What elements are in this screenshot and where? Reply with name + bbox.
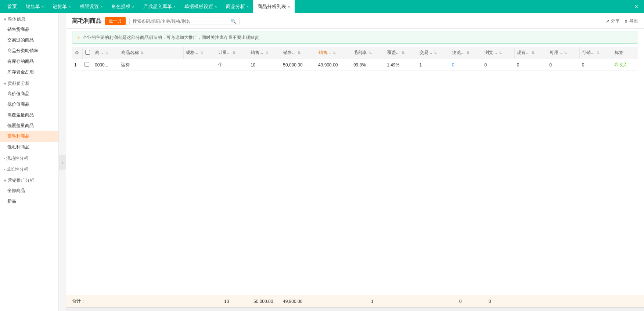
- footer-name: [134, 299, 178, 304]
- col-browse1[interactable]: 浏览... ⇅: [450, 47, 482, 59]
- footer-spec: [178, 299, 200, 304]
- col-name[interactable]: 商品名称 ⇅: [119, 47, 183, 59]
- sidebar-item-high-coverage[interactable]: 高覆盖量商品: [0, 110, 58, 120]
- col-unit[interactable]: 计量... ⇅: [216, 47, 248, 59]
- nav-close-icon[interactable]: ×: [42, 4, 44, 9]
- sidebar-item-all-goods[interactable]: 全部商品: [0, 185, 58, 196]
- nav-close-icon[interactable]: ×: [100, 4, 102, 9]
- nav-close-icon[interactable]: ×: [132, 4, 134, 9]
- sidebar-item-traded-goods[interactable]: 交易过的商品: [0, 35, 58, 46]
- info-banner: ✧ 企业的主要的利润都是这部分商品创造的，可考虑加大推广，同时关注库存量不要出现…: [72, 32, 638, 44]
- nav-close-active-icon[interactable]: ×: [288, 4, 290, 9]
- col-transaction[interactable]: 交易... ⇅: [417, 47, 450, 59]
- sidebar-item-sales-goods[interactable]: 销售货商品: [0, 24, 58, 35]
- nav-permissions[interactable]: 权限设置 ×: [75, 0, 107, 13]
- nav-roles[interactable]: 角色授权 ×: [107, 0, 138, 13]
- export-icon: ⬆: [624, 19, 628, 24]
- time-filter-button[interactable]: 近一月: [105, 17, 126, 25]
- footer-sales-cost: 49,900.00: [281, 299, 310, 304]
- footer-sales-qty: 10: [222, 299, 251, 304]
- nav-close-icon[interactable]: ×: [68, 4, 71, 9]
- row-saleable: 0: [580, 59, 612, 71]
- search-input[interactable]: [133, 19, 231, 24]
- export-button[interactable]: ⬆ 导出: [624, 18, 638, 24]
- sidebar-item-new-goods[interactable]: 新品: [0, 196, 58, 207]
- nav-home[interactable]: 首页: [3, 0, 21, 13]
- col-sales-amount[interactable]: 销售... ⇅: [281, 47, 316, 59]
- footer-coverage: [339, 299, 369, 304]
- col-tag[interactable]: 标签: [612, 47, 638, 59]
- nav-product-analysis-list[interactable]: 商品分析列表 ×: [253, 0, 294, 13]
- sidebar-item-high-margin[interactable]: 高毛利商品: [0, 131, 58, 142]
- table-container: ⚙ 商... ⇅ 商品名称 ⇅ 规格... ⇅ 计量... ⇅ 销售... ⇅ …: [66, 47, 644, 295]
- col-checkbox[interactable]: [82, 47, 93, 59]
- row-gross-margin: 99.8%: [351, 59, 385, 71]
- col-browse2[interactable]: 浏览... ⇅: [482, 47, 514, 59]
- sidebar-item-high-value[interactable]: 高价值商品: [0, 88, 58, 99]
- row-select-checkbox[interactable]: [84, 62, 89, 67]
- tip-icon: ✧: [77, 35, 80, 40]
- top-navigation: 首页 销售单 × 进货单 × 权限设置 × 角色授权 × 产成品入库单 × 单据…: [0, 0, 644, 13]
- row-sales-amount: 50,000.00: [281, 59, 316, 71]
- search-icon[interactable]: 🔍: [231, 19, 236, 24]
- arrow-down-icon: ∨: [4, 17, 6, 21]
- footer-cells: 10 50,000.00 49,900.00 1 0 0: [91, 299, 516, 304]
- sidebar-group-contribution[interactable]: ∨ 贡献值分析: [0, 77, 58, 88]
- sidebar-collapse-button[interactable]: ‹: [59, 155, 66, 170]
- row-browse1[interactable]: 0: [450, 59, 482, 71]
- col-sales-qty[interactable]: 销售... ⇅: [248, 47, 281, 59]
- sidebar-group-overall[interactable]: ∨ 整体信息: [0, 13, 58, 24]
- row-available: 0: [547, 59, 579, 71]
- col-spec[interactable]: 规格... ⇅: [183, 47, 216, 59]
- share-button[interactable]: ↗ 分享: [606, 18, 620, 24]
- row-sales-cost: 49,900.00: [316, 59, 351, 71]
- nav-close-icon[interactable]: ×: [247, 4, 249, 9]
- col-sales-cost[interactable]: 销售... ⇅: [316, 47, 351, 59]
- col-gross-margin[interactable]: 毛利率 ⇅: [351, 47, 385, 59]
- nav-product-analysis[interactable]: 商品分析 ×: [222, 0, 253, 13]
- row-browse2: 0: [482, 59, 514, 71]
- footer-current-stock: 0: [457, 299, 486, 304]
- sidebar-group-growth[interactable]: › 成长性分析: [0, 163, 58, 174]
- arrow-down-icon: ∨: [4, 178, 6, 182]
- nav-sales-order[interactable]: 销售单 ×: [21, 0, 48, 13]
- nav-close-icon[interactable]: ×: [173, 4, 176, 9]
- sidebar-item-low-margin[interactable]: 低毛利商品: [0, 142, 58, 152]
- sidebar-item-category-sales-rate[interactable]: 商品分类助销率: [0, 46, 58, 56]
- nav-finished-goods[interactable]: 产成品入库单 ×: [139, 0, 180, 13]
- row-code: 0000...: [93, 59, 119, 71]
- horizontal-scrollbar[interactable]: [66, 307, 644, 311]
- search-box: 🔍: [129, 18, 240, 25]
- nav-template-settings[interactable]: 单据模板设置 ×: [180, 0, 221, 13]
- col-saleable[interactable]: 可销... ⇅: [580, 47, 612, 59]
- content-area: 高毛利商品 近一月 🔍 ↗ 分享 ⬆ 导出 ✧ 企业的主要的利润都是这部分商品创…: [66, 13, 644, 311]
- sidebar-item-stock-capital[interactable]: 库存资金占用: [0, 67, 58, 77]
- row-spec: [183, 59, 216, 71]
- sidebar-item-in-stock-goods[interactable]: 有库存的商品: [0, 56, 58, 67]
- sidebar-group-marketing[interactable]: ∨ 营销推广分析: [0, 174, 58, 185]
- col-coverage[interactable]: 覆盖... ⇅: [385, 47, 417, 59]
- nav-purchase-order[interactable]: 进货单 ×: [48, 0, 75, 13]
- col-code[interactable]: 商... ⇅: [93, 47, 119, 59]
- row-coverage: 1.49%: [385, 59, 417, 71]
- col-settings[interactable]: ⚙: [72, 47, 82, 59]
- row-sales-qty: 10: [248, 59, 281, 71]
- arrow-right-icon: ›: [4, 156, 5, 160]
- sidebar-item-low-value[interactable]: 低价值商品: [0, 99, 58, 110]
- close-all-button[interactable]: ×: [632, 3, 641, 10]
- sidebar-item-low-coverage[interactable]: 低覆盖量商品: [0, 120, 58, 131]
- row-index: 1: [72, 59, 82, 71]
- sidebar-group-trend[interactable]: › 流趋性分析: [0, 152, 58, 163]
- footer-total-label: 合计：: [72, 298, 85, 304]
- col-current-stock[interactable]: 现有... ⇅: [515, 47, 547, 59]
- row-unit: 个: [216, 59, 248, 71]
- arrow-down-icon: ∨: [4, 82, 6, 86]
- nav-close-icon[interactable]: ×: [215, 4, 217, 9]
- table-row: 1 0000... 运费 个 10 50,000.00 49,900.00 99…: [72, 59, 638, 71]
- row-name: 运费: [119, 59, 183, 71]
- select-all-checkbox[interactable]: [85, 50, 90, 55]
- row-checkbox[interactable]: [82, 59, 93, 71]
- col-available[interactable]: 可用... ⇅: [547, 47, 579, 59]
- footer-browse1: [398, 299, 428, 304]
- row-current-stock: 0: [515, 59, 547, 71]
